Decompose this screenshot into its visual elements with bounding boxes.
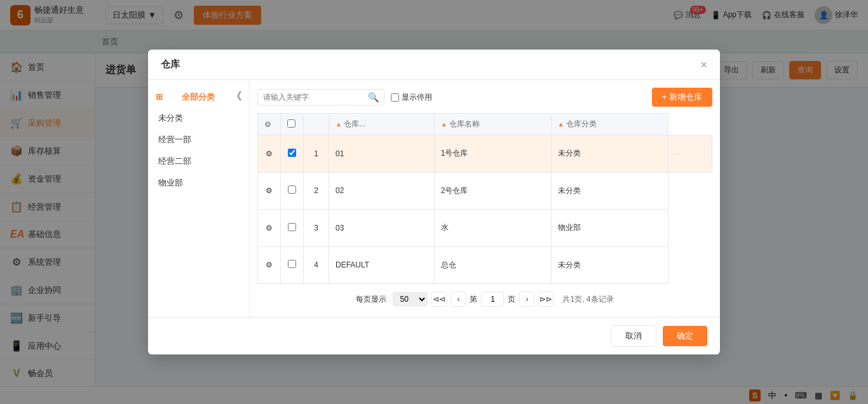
modal-footer: 取消 确定 bbox=[148, 317, 720, 354]
category-panel: ⊞ 全部分类 《 未分类 经营一部 经营二部 物业部 bbox=[148, 80, 250, 317]
show-disabled-label: 显示停用 bbox=[402, 92, 432, 103]
row-category: 未分类 bbox=[551, 246, 668, 284]
modal-body: ⊞ 全部分类 《 未分类 经营一部 经营二部 物业部 🔍 bbox=[148, 80, 720, 317]
row-category: 物业部 bbox=[551, 210, 668, 247]
show-disabled-wrap: 显示停用 bbox=[391, 92, 432, 103]
table-toolbar-left: 🔍 显示停用 bbox=[257, 89, 432, 105]
row-actions[interactable]: ··· bbox=[668, 135, 712, 173]
sort-name-icon: ▲ bbox=[441, 121, 447, 128]
page-label: 第 bbox=[470, 294, 477, 305]
first-page-btn[interactable]: ⊲⊲ bbox=[431, 292, 447, 307]
sort-code-icon: ▲ bbox=[336, 121, 342, 128]
page-unit-label: 页 bbox=[508, 294, 515, 305]
last-page-btn[interactable]: ⊳⊳ bbox=[538, 292, 553, 307]
table-toolbar: 🔍 显示停用 + 新增仓库 bbox=[257, 88, 712, 107]
category-header: ⊞ 全部分类 《 bbox=[148, 86, 249, 107]
current-page-input[interactable] bbox=[481, 292, 504, 307]
table-row[interactable]: ⚙ 1 01 1号仓库 未分类··· bbox=[258, 135, 712, 173]
warehouse-modal: 仓库 × ⊞ 全部分类 《 未分类 经营一部 经营二部 物业部 bbox=[148, 50, 720, 354]
table-row[interactable]: ⚙ 4 DEFAULT 总仓 未分类 bbox=[258, 246, 712, 284]
row-gear[interactable]: ⚙ bbox=[258, 172, 281, 210]
category-item-property[interactable]: 物业部 bbox=[148, 172, 249, 194]
per-page-label: 每页显示 bbox=[356, 294, 386, 305]
row-index: 2 bbox=[304, 172, 329, 210]
table-row[interactable]: ⚙ 3 03 水 物业部 bbox=[258, 210, 712, 247]
row-code: 02 bbox=[329, 172, 435, 210]
row-name: 水 bbox=[434, 210, 551, 247]
sort-cat-icon: ▲ bbox=[558, 121, 564, 128]
row-checkbox[interactable] bbox=[281, 172, 304, 210]
prev-page-btn[interactable]: ‹ bbox=[451, 292, 466, 307]
row-index: 4 bbox=[304, 246, 329, 284]
col-header-idx bbox=[304, 114, 329, 135]
row-checkbox[interactable] bbox=[281, 246, 304, 284]
warehouse-table: ⚙ ▲ 仓库... ▲ 仓库 bbox=[257, 113, 712, 284]
col-header-gear: ⚙ bbox=[258, 114, 281, 135]
category-collapse-btn[interactable]: 《 bbox=[231, 90, 241, 104]
col-header-check bbox=[281, 114, 304, 135]
col-category-label: 仓库分类 bbox=[566, 119, 597, 128]
col-code-label: 仓库... bbox=[344, 119, 365, 128]
row-index: 1 bbox=[304, 135, 329, 173]
row-code: 03 bbox=[329, 210, 435, 247]
confirm-btn[interactable]: 确定 bbox=[663, 326, 707, 346]
modal-header: 仓库 × bbox=[148, 50, 720, 80]
search-icon[interactable]: 🔍 bbox=[368, 92, 379, 102]
row-name: 总仓 bbox=[434, 246, 551, 284]
category-item-uncategorized[interactable]: 未分类 bbox=[148, 107, 249, 129]
category-item-ops2[interactable]: 经营二部 bbox=[148, 151, 249, 172]
row-category: 未分类 bbox=[551, 135, 668, 173]
row-index: 3 bbox=[304, 210, 329, 247]
search-input-wrap: 🔍 bbox=[257, 89, 384, 105]
row-gear[interactable]: ⚙ bbox=[258, 246, 281, 284]
total-info: 共1页, 4条记录 bbox=[562, 294, 613, 305]
row-name: 2号仓库 bbox=[434, 172, 551, 210]
modal-close-btn[interactable]: × bbox=[700, 59, 707, 71]
row-name: 1号仓库 bbox=[434, 135, 551, 173]
add-warehouse-btn[interactable]: + 新增仓库 bbox=[652, 88, 712, 107]
show-disabled-checkbox[interactable] bbox=[391, 93, 399, 102]
modal-overlay: 仓库 × ⊞ 全部分类 《 未分类 经营一部 经营二部 物业部 bbox=[0, 0, 868, 404]
gear-icon[interactable]: ⚙ bbox=[264, 120, 271, 129]
row-code: DEFAULT bbox=[329, 246, 435, 284]
row-code: 01 bbox=[329, 135, 435, 173]
row-category: 未分类 bbox=[551, 172, 668, 210]
page-size-select[interactable]: 50 100 bbox=[393, 292, 428, 306]
row-gear[interactable]: ⚙ bbox=[258, 210, 281, 247]
col-header-name: ▲ 仓库名称 bbox=[434, 114, 551, 135]
pagination: 每页显示 50 100 ⊲⊲ ‹ 第 页 › ⊳⊳ 共1页, 4条记录 bbox=[257, 284, 712, 309]
next-page-btn[interactable]: › bbox=[519, 292, 534, 307]
col-header-code: ▲ 仓库... bbox=[329, 114, 435, 135]
row-gear[interactable]: ⚙ bbox=[258, 135, 281, 173]
table-row[interactable]: ⚙ 2 02 2号仓库 未分类 bbox=[258, 172, 712, 210]
row-checkbox[interactable] bbox=[281, 135, 304, 173]
row-checkbox[interactable] bbox=[281, 210, 304, 247]
all-categories-label[interactable]: 全部分类 bbox=[182, 91, 215, 103]
select-all-checkbox[interactable] bbox=[287, 119, 295, 128]
col-name-label: 仓库名称 bbox=[449, 119, 480, 128]
search-input[interactable] bbox=[263, 93, 368, 102]
col-header-category: ▲ 仓库分类 bbox=[551, 114, 668, 135]
cancel-btn[interactable]: 取消 bbox=[611, 325, 656, 347]
table-panel: 🔍 显示停用 + 新增仓库 ⚙ bbox=[250, 80, 720, 317]
category-grid-icon: ⊞ bbox=[156, 92, 163, 102]
category-item-ops1[interactable]: 经营一部 bbox=[148, 129, 249, 151]
modal-title: 仓库 bbox=[161, 58, 180, 71]
